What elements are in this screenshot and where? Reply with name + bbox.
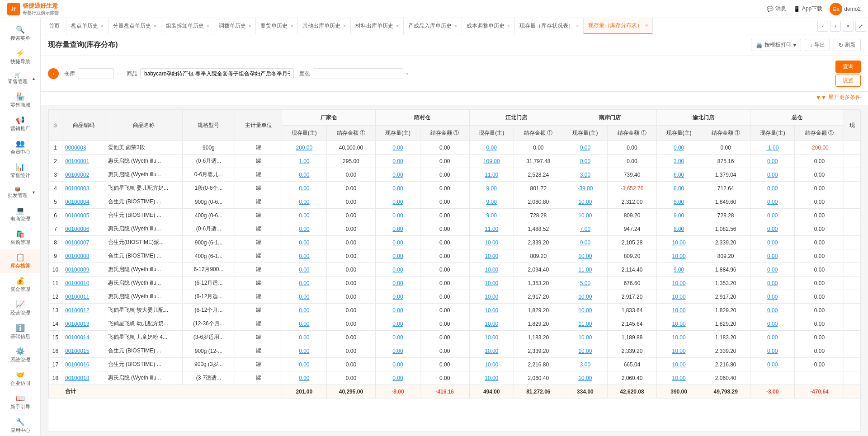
row-fc-qty[interactable]: 200.00 (282, 141, 326, 155)
row-jb-qty[interactable]: 0.00 (469, 141, 514, 155)
row-jb-qty[interactable]: 11.00 (469, 168, 514, 182)
row-zc-qty[interactable]: 0.00 (750, 209, 795, 222)
row-na-qty[interactable]: 0.00 (563, 155, 607, 168)
row-na-qty[interactable]: 3.00 (563, 168, 607, 182)
sidebar-item-marketing[interactable]: 📢 营销推广 (0, 112, 40, 136)
row-na-qty[interactable]: 10.00 (563, 304, 607, 317)
row-zc-qty[interactable]: -1.00 (750, 141, 795, 155)
row-na-qty[interactable]: 9.00 (563, 236, 607, 249)
row-na-qty[interactable]: -39.00 (563, 182, 607, 195)
row-fc-qty[interactable]: 0.00 (282, 222, 326, 236)
row-mc-qty[interactable]: 0.00 (376, 371, 420, 385)
row-fc-qty[interactable]: 0.00 (282, 249, 326, 263)
row-mc-qty[interactable]: 0.00 (376, 209, 420, 222)
tab-2-close[interactable]: × (154, 23, 156, 28)
row-code[interactable]: 0000003 (62, 141, 105, 155)
sidebar-item-system[interactable]: ⚙️ 系统管理 (0, 343, 40, 367)
row-jb-qty[interactable]: 10.00 (469, 263, 514, 277)
tab-6-close[interactable]: × (343, 23, 346, 28)
sidebar-item-wholesale[interactable]: 📦 批发管理 ▼ (0, 183, 40, 202)
tab-7[interactable]: 材料出库单历史 × (351, 18, 404, 34)
row-fc-qty[interactable]: 0.00 (282, 182, 326, 195)
row-zc-qty[interactable]: 0.00 (750, 358, 795, 371)
goods-input[interactable] (140, 68, 294, 79)
row-mc-qty[interactable]: 0.00 (376, 141, 420, 155)
row-mc-qty[interactable]: 0.00 (376, 195, 420, 209)
row-code[interactable]: 00100001 (62, 155, 105, 168)
row-jb-qty[interactable]: 10.00 (469, 331, 514, 344)
row-mc-qty[interactable]: 0.00 (376, 317, 420, 331)
row-jb-qty[interactable]: 109.00 (469, 155, 514, 168)
print-btn[interactable]: 🖨️ 按模板打印 ▾ (751, 39, 801, 51)
tab-next[interactable]: › (830, 21, 841, 32)
sidebar-item-purchase[interactable]: 🛍️ 采购管理 (0, 226, 40, 249)
row-code[interactable]: 00100011 (62, 290, 105, 304)
row-mc-qty[interactable]: 0.00 (376, 331, 420, 344)
row-mc-qty[interactable]: 0.00 (376, 358, 420, 371)
sidebar-item-apps[interactable]: 🔧 应用中心 (0, 414, 40, 436)
row-jb-qty[interactable]: 10.00 (469, 371, 514, 385)
row-yb-qty[interactable]: 10.00 (656, 317, 701, 331)
row-zc-qty[interactable]: 0.00 (750, 277, 795, 290)
tab-5-close[interactable]: × (290, 23, 293, 28)
sidebar-item-search[interactable]: 🔍 搜索英单 (0, 22, 40, 45)
row-code[interactable]: 00100008 (62, 249, 105, 263)
tab-expand[interactable]: ⤢ (855, 21, 866, 32)
sidebar-item-retail[interactable]: 🛒 零售管理 ▲ (0, 69, 40, 89)
row-na-qty[interactable]: 11.00 (563, 263, 607, 277)
export-btn[interactable]: ↓ 导出 (805, 39, 830, 51)
row-mc-qty[interactable]: 0.00 (376, 263, 420, 277)
sidebar-item-basics[interactable]: ℹ️ 基础信息 (0, 320, 40, 343)
tab-3-close[interactable]: × (207, 23, 209, 28)
row-yb-qty[interactable]: 3.00 (656, 155, 701, 168)
tab-7-close[interactable]: × (396, 23, 399, 28)
row-na-qty[interactable]: 10.00 (563, 331, 607, 344)
row-jb-qty[interactable]: 10.00 (469, 236, 514, 249)
row-mc-qty[interactable]: 0.00 (376, 155, 420, 168)
row-zc-qty[interactable]: 0.00 (750, 344, 795, 358)
row-yb-qty[interactable]: 10.00 (656, 331, 701, 344)
row-zc-qty[interactable]: 0.00 (750, 249, 795, 263)
row-yb-qty[interactable]: 10.00 (656, 358, 701, 371)
row-code[interactable]: 00100015 (62, 344, 105, 358)
row-jb-qty[interactable]: 10.00 (469, 290, 514, 304)
tab-2[interactable]: 分量盘点单历史 × (108, 18, 161, 34)
row-jb-qty[interactable]: 11.00 (469, 222, 514, 236)
row-code[interactable]: 00100018 (62, 371, 105, 385)
row-yb-qty[interactable]: 9.00 (656, 263, 701, 277)
sidebar-item-guide[interactable]: 📖 新手引导 (0, 390, 40, 414)
tab-8[interactable]: 产成品入库单历史 × (404, 18, 462, 34)
tab-close-all[interactable]: × (843, 21, 854, 32)
tab-8-close[interactable]: × (454, 23, 457, 28)
row-mc-qty[interactable]: 0.00 (376, 344, 420, 358)
color-input[interactable] (313, 68, 403, 79)
tab-11-active[interactable]: 现存量（库存分布表） × (584, 18, 653, 34)
row-mc-qty[interactable]: 0.00 (376, 290, 420, 304)
user-area[interactable]: Ea demo2 (830, 3, 861, 15)
tab-home[interactable]: 首页 (42, 18, 66, 34)
row-na-qty[interactable]: 10.00 (563, 249, 607, 263)
row-fc-qty[interactable]: 0.00 (282, 358, 326, 371)
row-fc-qty[interactable]: 1.00 (282, 155, 326, 168)
row-mc-qty[interactable]: 0.00 (376, 236, 420, 249)
row-zc-qty[interactable]: 0.00 (750, 290, 795, 304)
row-jb-qty[interactable]: 9.00 (469, 195, 514, 209)
row-zc-qty[interactable]: 0.00 (750, 168, 795, 182)
row-jb-qty[interactable]: 9.00 (469, 209, 514, 222)
row-code[interactable]: 00100006 (62, 222, 105, 236)
row-mc-qty[interactable]: 0.00 (376, 222, 420, 236)
tab-10[interactable]: 现存量（库存状况表） × (515, 18, 584, 34)
row-zc-qty[interactable]: 0.00 (750, 236, 795, 249)
row-yb-qty[interactable]: 10.00 (656, 277, 701, 290)
row-code[interactable]: 00100003 (62, 182, 105, 195)
tab-11-close[interactable]: × (645, 23, 648, 28)
row-fc-qty[interactable]: 0.00 (282, 209, 326, 222)
row-code[interactable]: 00100002 (62, 168, 105, 182)
row-na-qty[interactable]: 0.00 (563, 141, 607, 155)
row-yb-qty[interactable]: 8.00 (656, 195, 701, 209)
row-zc-qty[interactable]: 0.00 (750, 263, 795, 277)
row-code[interactable]: 00100009 (62, 263, 105, 277)
row-jb-qty[interactable]: 10.00 (469, 277, 514, 290)
row-jb-qty[interactable]: 10.00 (469, 317, 514, 331)
row-code[interactable]: 00100012 (62, 304, 105, 317)
